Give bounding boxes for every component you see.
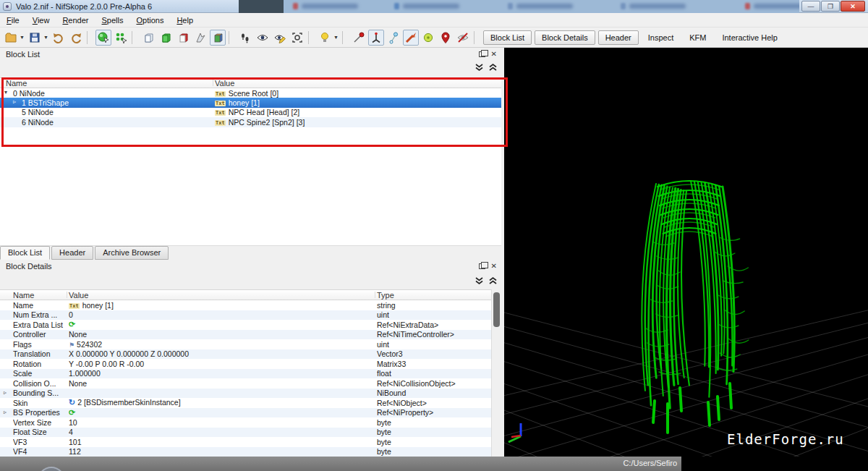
block-details-row[interactable]: Extra Data List⟳Ref<NiExtraData> <box>0 320 491 330</box>
toolbar-separator <box>308 31 313 44</box>
menu-spells[interactable]: Spells <box>95 14 130 26</box>
block-details-row[interactable]: Scale1.000000float <box>0 369 491 379</box>
block-details-row[interactable]: Num Extra ...0uint <box>0 310 491 321</box>
block-details-row[interactable]: VF3101byte <box>0 437 491 447</box>
status-circle-icon[interactable] <box>420 30 436 46</box>
detail-type: Ref<NiExtraData> <box>377 321 489 329</box>
detail-name: Extra Data List <box>13 321 67 329</box>
block-details-row[interactable]: VF4112byte <box>0 447 491 457</box>
float-panel-icon[interactable] <box>479 263 485 269</box>
menu-render[interactable]: Render <box>56 14 95 26</box>
expand-all-icon[interactable] <box>489 64 497 72</box>
dock-tab-block-list[interactable]: Block List <box>0 246 50 260</box>
render-viewport[interactable]: ElderForge.ru <box>504 48 868 457</box>
undo-icon[interactable] <box>51 30 67 46</box>
block-details-row[interactable]: Skin↻2 [BSDismemberSkinInstance]Ref<NiOb… <box>0 398 491 408</box>
scrollbar-thumb[interactable] <box>493 292 500 327</box>
show-hidden-eye-icon[interactable] <box>255 30 271 46</box>
textured-cube-icon[interactable] <box>210 30 226 46</box>
dock-tab-bar: Block ListHeaderArchive Browser <box>0 246 170 260</box>
edit-visibility-eye-icon[interactable] <box>272 30 288 46</box>
block-details-row[interactable]: RotationY -0.00 P 0.00 R -0.00Matrix33 <box>0 359 491 369</box>
menu-view[interactable]: View <box>26 14 56 26</box>
backface-cube-icon[interactable] <box>175 30 191 46</box>
ground-grid <box>504 208 868 457</box>
footprints-icon[interactable] <box>237 30 253 46</box>
dropdown-caret-icon[interactable]: ▼ <box>43 35 49 40</box>
close-panel-icon[interactable]: ✕ <box>491 51 497 58</box>
minimize-button[interactable]: — <box>801 1 820 12</box>
status-bar: C:/Users/Sefiro <box>0 457 868 471</box>
block-details-row[interactable]: ▹BS Properties⟳Ref<NiProperty> <box>0 408 491 418</box>
dock-tab-archive-browser[interactable]: Archive Browser <box>95 246 169 260</box>
block-details-header: Name Value Type <box>0 289 491 300</box>
maximize-button[interactable]: ❐ <box>821 1 840 12</box>
block-details-row[interactable]: Vertex Size10byte <box>0 417 491 428</box>
collapse-all-icon[interactable] <box>475 277 483 285</box>
dropdown-caret-icon[interactable]: ▼ <box>20 35 25 40</box>
save-icon[interactable] <box>27 30 43 46</box>
column-type[interactable]: Type <box>377 291 394 300</box>
block-details-row[interactable]: NameTxthoney [1]string <box>0 300 491 310</box>
block-details-row[interactable]: Flags⚑524302uint <box>0 339 491 349</box>
menu-options[interactable]: Options <box>129 14 170 26</box>
browser-tab-favicon <box>745 3 750 9</box>
ref-green-icon: ⟳ <box>69 408 75 417</box>
column-name[interactable]: Name <box>13 291 34 300</box>
column-value[interactable]: Value <box>69 291 88 300</box>
normals-icon[interactable] <box>192 30 208 46</box>
status-file-path: C:/Users/Sefiro <box>623 459 677 467</box>
tree-expander-icon[interactable]: ▹ <box>4 389 7 396</box>
toolbar-button-block-details[interactable]: Block Details <box>535 30 595 45</box>
browser-strip-dark-block <box>239 0 284 13</box>
close-button[interactable]: ✕ <box>841 1 865 12</box>
browser-tab-blob <box>629 4 686 9</box>
detail-name: Name <box>13 301 67 310</box>
float-panel-icon[interactable] <box>479 51 485 57</box>
lighting-bulb-icon[interactable] <box>317 30 333 46</box>
toolbar-button-kfm[interactable]: KFM <box>683 31 712 44</box>
block-details-row[interactable]: ▹Bounding S...NiBound <box>0 389 491 399</box>
detail-value: Y -0.00 P 0.00 R -0.00 <box>69 360 373 368</box>
highlight-arrow-icon[interactable] <box>403 30 419 46</box>
toolbar-button-inspect[interactable]: Inspect <box>642 31 680 44</box>
menu-help[interactable]: Help <box>170 14 200 26</box>
detail-type: Vector3 <box>377 349 489 358</box>
toolbar-button-block-list[interactable]: Block List <box>483 30 532 45</box>
block-details-row[interactable]: TranslationX 0.000000 Y 0.000000 Z 0.000… <box>0 349 491 360</box>
hide-nonvisible-eye-icon[interactable] <box>455 30 471 46</box>
block-details-row[interactable]: Float Size4byte <box>0 428 491 438</box>
open-file-icon[interactable] <box>3 30 19 46</box>
close-panel-icon[interactable]: ✕ <box>491 263 497 270</box>
solid-cube-icon[interactable] <box>158 30 174 46</box>
detail-value: 4 <box>69 428 373 436</box>
toolbar-button-header[interactable]: Header <box>598 30 639 45</box>
menu-bar: FileViewRenderSpellsOptionsHelp <box>0 14 868 27</box>
dropdown-caret-icon[interactable]: ▼ <box>333 35 339 40</box>
detail-type: Ref<NiTimeController> <box>377 330 489 339</box>
screenshot-camera-icon[interactable] <box>289 30 305 46</box>
block-details-scrollbar[interactable] <box>491 289 501 457</box>
nifskope-window: Valo 2.nif - NifSkope 2.0.0 Pre-Alpha 6 … <box>0 0 868 471</box>
select-marker-icon[interactable] <box>351 30 367 46</box>
detail-value: 112 <box>69 447 373 456</box>
detail-type: NiBound <box>377 389 489 397</box>
show-nodes-icon[interactable] <box>386 30 401 46</box>
menu-file[interactable]: File <box>0 14 26 26</box>
vertex-select-icon[interactable] <box>95 30 111 46</box>
redo-icon[interactable] <box>68 30 84 46</box>
toolbar-button-interactive-help[interactable]: Interactive Help <box>715 31 783 44</box>
ref-blue-icon: ↻ <box>69 398 75 407</box>
tree-expander-icon[interactable]: ▹ <box>4 409 7 415</box>
expand-all-icon[interactable] <box>489 277 497 285</box>
block-details-row[interactable]: ControllerNoneRef<NiTimeController> <box>0 330 491 340</box>
vertex-paint-icon[interactable] <box>113 30 129 46</box>
block-details-row[interactable]: Collision O...NoneRef<NiCollisionObject> <box>0 378 491 389</box>
collapse-all-icon[interactable] <box>475 64 483 72</box>
dock-tab-header[interactable]: Header <box>51 246 93 260</box>
block-details-panel-title: Block Details <box>6 262 52 271</box>
detail-value: None <box>69 379 373 388</box>
wireframe-cube-icon[interactable] <box>140 30 156 46</box>
show-axes-icon[interactable] <box>368 30 384 46</box>
marker-pin-icon[interactable] <box>438 30 454 46</box>
